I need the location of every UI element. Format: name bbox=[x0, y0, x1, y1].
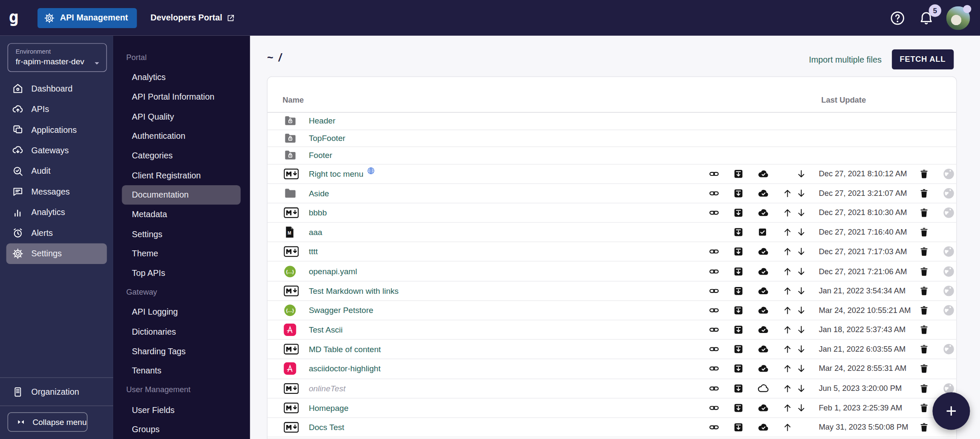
move-up-icon[interactable] bbox=[783, 227, 793, 238]
publish-cloud-icon[interactable] bbox=[758, 324, 769, 336]
publish-cloud-icon[interactable] bbox=[758, 402, 769, 414]
unpublished-cloud-icon[interactable] bbox=[758, 382, 769, 394]
submenu-item-metadata[interactable]: Metadata bbox=[113, 205, 244, 224]
link-icon[interactable] bbox=[709, 344, 719, 355]
submenu-item-categories[interactable]: Categories bbox=[113, 146, 244, 166]
delete-icon[interactable] bbox=[919, 227, 929, 238]
move-down-icon[interactable] bbox=[796, 325, 806, 335]
move-down-icon[interactable] bbox=[796, 227, 806, 238]
api-management-button[interactable]: API Management bbox=[37, 8, 137, 28]
move-up-icon[interactable] bbox=[783, 208, 793, 218]
fetch-all-button[interactable]: FETCH ALL bbox=[892, 49, 954, 69]
move-up-icon[interactable] bbox=[783, 305, 793, 316]
save-icon[interactable] bbox=[733, 266, 744, 277]
link-icon[interactable] bbox=[709, 305, 719, 316]
sidebar-item-analytics[interactable]: Analytics bbox=[6, 202, 107, 223]
submenu-item-api-logging[interactable]: API Logging bbox=[113, 302, 244, 322]
page-name-link[interactable]: Footer bbox=[309, 151, 332, 160]
page-name-link[interactable]: Test Markdown with links bbox=[309, 286, 399, 296]
save-icon[interactable] bbox=[733, 188, 744, 198]
move-down-icon[interactable] bbox=[796, 286, 806, 296]
submenu-item-sharding-tags[interactable]: Sharding Tags bbox=[113, 341, 244, 361]
checkbox-checked-icon[interactable] bbox=[758, 227, 768, 238]
link-icon[interactable] bbox=[709, 207, 719, 218]
submenu-item-dictionaries[interactable]: Dictionaries bbox=[113, 322, 244, 341]
developers-portal-link[interactable]: Developers Portal bbox=[151, 13, 235, 23]
delete-icon[interactable] bbox=[919, 383, 929, 393]
page-name-link[interactable]: tttt bbox=[309, 247, 318, 256]
save-icon[interactable] bbox=[733, 227, 744, 238]
delete-icon[interactable] bbox=[919, 168, 929, 179]
submenu-item-settings[interactable]: Settings bbox=[113, 224, 244, 244]
publish-cloud-icon[interactable] bbox=[758, 168, 769, 180]
sidebar-item-organization[interactable]: Organization bbox=[6, 378, 107, 406]
delete-icon[interactable] bbox=[919, 207, 929, 218]
publish-cloud-icon[interactable] bbox=[758, 246, 769, 258]
save-icon[interactable] bbox=[733, 305, 744, 316]
save-icon[interactable] bbox=[733, 247, 744, 257]
move-down-icon[interactable] bbox=[796, 403, 806, 413]
delete-icon[interactable] bbox=[919, 305, 929, 316]
submenu-item-analytics[interactable]: Analytics bbox=[113, 68, 244, 87]
add-page-fab[interactable]: + bbox=[932, 392, 970, 430]
delete-icon[interactable] bbox=[919, 324, 929, 335]
help-button[interactable] bbox=[889, 9, 906, 26]
save-icon[interactable] bbox=[733, 324, 744, 335]
page-name-link[interactable]: TopFooter bbox=[309, 133, 345, 143]
submenu-item-user-fields[interactable]: User Fields bbox=[113, 400, 244, 420]
save-icon[interactable] bbox=[733, 168, 744, 179]
delete-icon[interactable] bbox=[919, 266, 929, 277]
move-down-icon[interactable] bbox=[796, 266, 806, 276]
link-icon[interactable] bbox=[709, 383, 719, 393]
save-icon[interactable] bbox=[733, 344, 744, 355]
publish-cloud-icon[interactable] bbox=[758, 207, 769, 219]
page-name-link[interactable]: MD Table of content bbox=[309, 344, 381, 354]
delete-icon[interactable] bbox=[919, 422, 929, 433]
page-name-link[interactable]: Docs Test bbox=[309, 423, 345, 432]
page-name-link[interactable]: openapi.yaml bbox=[309, 267, 357, 276]
move-up-icon[interactable] bbox=[783, 247, 793, 257]
sidebar-item-applications[interactable]: Applications bbox=[6, 120, 107, 140]
publish-cloud-icon[interactable] bbox=[758, 265, 769, 277]
save-icon[interactable] bbox=[733, 383, 744, 393]
submenu-item-tenants[interactable]: Tenants bbox=[113, 361, 244, 381]
link-icon[interactable] bbox=[709, 168, 719, 179]
gravitee-logo-icon[interactable]: g bbox=[0, 9, 28, 27]
collapse-menu-button[interactable]: Collapse menu bbox=[8, 412, 88, 432]
sidebar-item-audit[interactable]: Audit bbox=[6, 161, 107, 181]
page-name-link[interactable]: Test Ascii bbox=[309, 325, 343, 334]
link-icon[interactable] bbox=[709, 324, 719, 335]
save-icon[interactable] bbox=[733, 422, 744, 433]
move-up-icon[interactable] bbox=[783, 344, 793, 355]
move-down-icon[interactable] bbox=[796, 188, 806, 198]
publish-cloud-icon[interactable] bbox=[758, 187, 769, 199]
page-name-link[interactable]: Header bbox=[309, 116, 336, 126]
delete-icon[interactable] bbox=[919, 344, 929, 355]
publish-cloud-icon[interactable] bbox=[758, 422, 769, 433]
environment-select[interactable]: Environment fr-apim-master-dev bbox=[8, 43, 107, 72]
page-name-link[interactable]: Swagger Petstore bbox=[309, 306, 373, 315]
sidebar-item-messages[interactable]: Messages bbox=[6, 181, 107, 202]
submenu-item-api-quality[interactable]: API Quality bbox=[113, 107, 244, 126]
page-name-link[interactable]: asciidoctor-highlight bbox=[309, 364, 381, 373]
submenu-item-groups[interactable]: Groups bbox=[113, 420, 244, 439]
publish-cloud-icon[interactable] bbox=[758, 304, 769, 316]
sidebar-item-dashboard[interactable]: Dashboard bbox=[6, 78, 107, 99]
link-icon[interactable] bbox=[709, 266, 719, 277]
submenu-item-documentation[interactable]: Documentation bbox=[122, 185, 241, 205]
page-name-link[interactable]: onlineTest bbox=[309, 384, 345, 393]
move-down-icon[interactable] bbox=[796, 344, 806, 355]
submenu-item-top-apis[interactable]: Top APIs bbox=[113, 264, 244, 283]
import-multiple-files-link[interactable]: Import multiple files bbox=[809, 55, 882, 64]
link-icon[interactable] bbox=[709, 188, 719, 198]
page-name-link[interactable]: bbbb bbox=[309, 208, 327, 218]
submenu-item-theme[interactable]: Theme bbox=[113, 244, 244, 264]
save-icon[interactable] bbox=[733, 207, 744, 218]
submenu-item-api-portal-information[interactable]: API Portal Information bbox=[113, 87, 244, 107]
sidebar-item-gateways[interactable]: Gateways bbox=[6, 140, 107, 161]
link-icon[interactable] bbox=[709, 247, 719, 257]
save-icon[interactable] bbox=[733, 285, 744, 296]
publish-cloud-icon[interactable] bbox=[758, 285, 769, 297]
link-icon[interactable] bbox=[709, 364, 719, 374]
move-up-icon[interactable] bbox=[783, 422, 793, 433]
